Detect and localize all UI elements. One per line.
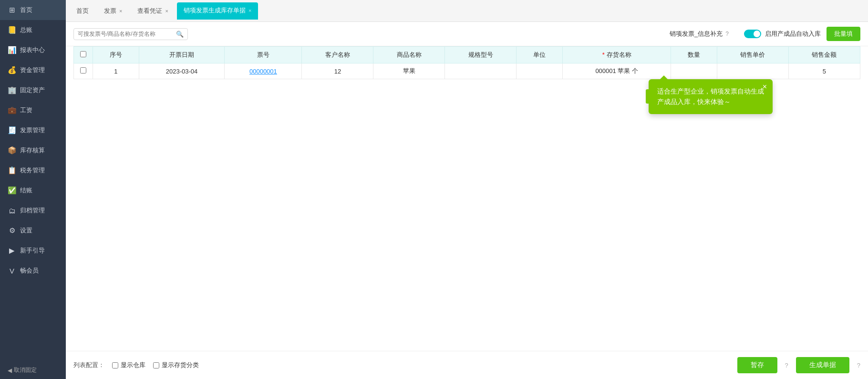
show-warehouse-checkbox[interactable]: 显示仓库 (112, 361, 145, 369)
tab-invoice[interactable]: 发票 × (97, 2, 129, 20)
tab-sale-invoice-close[interactable]: × (248, 8, 251, 13)
show-warehouse-label: 显示仓库 (121, 361, 145, 369)
tab-home-label: 首页 (76, 7, 89, 15)
sidebar-item-label: 新手引导 (20, 246, 45, 255)
tab-voucher-close[interactable]: × (165, 8, 168, 14)
sidebar-item-label: 总账 (20, 26, 32, 34)
sidebar-item-guide[interactable]: ▶ 新手引导 (0, 241, 66, 261)
sidebar: ⊞ 首页 📒 总账 📊 报表中心 💰 资金管理 🏢 固定资产 💼 工资 🧾 发票… (0, 0, 66, 379)
table-header-unit-price: 销售单价 (717, 47, 788, 63)
content-area: 🔍 销项发票_信息补充 ? 启用产成品自动入库 批量填 (66, 22, 868, 379)
tab-sale-invoice-label: 销项发票生成库存单据 (184, 6, 246, 15)
table-header-checkbox[interactable] (74, 47, 93, 63)
table-header-unit: 单位 (517, 47, 563, 63)
fixed-assets-icon: 🏢 (8, 86, 16, 95)
ledger-icon: 📒 (8, 26, 16, 34)
table-header-amount: 销售金额 (788, 47, 860, 63)
show-warehouse-input[interactable] (112, 362, 118, 368)
tax-icon: 📋 (8, 166, 16, 175)
tooltip-indicator (646, 89, 649, 104)
table-header-goods: 商品名称 (373, 47, 445, 63)
tooltip-text: 适合生产型企业，销项发票自动生成产成品入库，快来体验～ (657, 87, 764, 105)
sidebar-item-label: 税务管理 (20, 166, 45, 175)
save-help-icon[interactable]: ? (785, 362, 788, 369)
row-qty (671, 63, 717, 79)
row-checkbox[interactable] (74, 63, 93, 79)
salary-icon: 💼 (8, 106, 16, 115)
cancel-pin-button[interactable]: ◀ 取消固定 (0, 361, 66, 379)
search-icon: 🔍 (176, 31, 184, 38)
table-header-inventory: 存货名称 (563, 47, 671, 63)
batch-fill-button[interactable]: 批量填 (827, 27, 860, 41)
select-all-checkbox[interactable] (80, 51, 86, 57)
sidebar-item-reports[interactable]: 📊 报表中心 (0, 40, 66, 60)
row-goods: 苹果 (373, 63, 445, 79)
sidebar-item-salary[interactable]: 💼 工资 (0, 100, 66, 120)
sidebar-item-label: 结账 (20, 186, 32, 195)
main-content: 首页 发票 × 查看凭证 × 销项发票生成库存单据 × 🔍 销项发票_信息补充 … (66, 0, 868, 379)
table-header-date: 开票日期 (139, 47, 225, 63)
guide-icon: ▶ (8, 246, 16, 255)
show-category-label: 显示存货分类 (162, 361, 199, 369)
sidebar-item-invoice-mgmt[interactable]: 🧾 发票管理 (0, 120, 66, 140)
row-select-checkbox[interactable] (80, 67, 86, 74)
row-amount: 5 (788, 63, 860, 79)
cancel-pin-label: 取消固定 (14, 366, 37, 374)
table-header-qty: 数量 (671, 47, 717, 63)
sidebar-item-closing[interactable]: ✅ 结账 (0, 180, 66, 200)
row-unit-price (717, 63, 788, 79)
sidebar-item-vip[interactable]: V 畅会员 (0, 261, 66, 281)
generate-button[interactable]: 生成单据 (796, 357, 849, 373)
sidebar-item-settings[interactable]: ⚙ 设置 (0, 221, 66, 241)
info-section: 销项发票_信息补充 ? (670, 30, 729, 38)
sidebar-item-label: 发票管理 (20, 126, 45, 135)
vip-icon: V (8, 267, 16, 275)
invoice-mgmt-icon: 🧾 (8, 126, 16, 135)
info-help-icon[interactable]: ? (725, 31, 729, 37)
tab-voucher[interactable]: 查看凭证 × (131, 2, 175, 20)
sidebar-item-inventory[interactable]: 📦 库存核算 (0, 140, 66, 160)
table-header-customer: 客户名称 (302, 47, 373, 63)
row-date: 2023-03-04 (139, 63, 225, 79)
info-label: 销项发票_信息补充 (670, 30, 723, 38)
sidebar-item-label: 固定资产 (20, 86, 45, 95)
search-box[interactable]: 🔍 (73, 28, 188, 40)
tab-home[interactable]: 首页 (70, 2, 95, 20)
toggle-section: 启用产成品自动入库 (744, 30, 821, 38)
tab-invoice-close[interactable]: × (119, 8, 122, 14)
funds-icon: 💰 (8, 66, 16, 74)
sidebar-item-funds[interactable]: 💰 资金管理 (0, 60, 66, 80)
tab-bar: 首页 发票 × 查看凭证 × 销项发票生成库存单据 × (66, 0, 868, 22)
sidebar-item-archive[interactable]: 🗂 归档管理 (0, 200, 66, 221)
data-table: 序号 开票日期 票号 客户名称 商品名称 规格型号 单位 存货名称 数量 销售单… (73, 46, 860, 79)
row-model (445, 63, 517, 79)
inventory-icon: 📦 (8, 146, 16, 155)
settings-icon: ⚙ (8, 226, 16, 235)
sidebar-item-tax[interactable]: 📋 税务管理 (0, 160, 66, 180)
sidebar-item-label: 资金管理 (20, 66, 45, 74)
sidebar-item-label: 归档管理 (20, 206, 45, 215)
search-input[interactable] (78, 31, 173, 37)
row-ticket-no[interactable]: 00000001 (225, 63, 302, 79)
toolbar: 🔍 销项发票_信息补充 ? 启用产成品自动入库 批量填 (66, 22, 868, 46)
table-row: 1 2023-03-04 00000001 12 苹果 000001 苹果 个 … (74, 63, 860, 79)
show-category-input[interactable] (153, 362, 159, 368)
sidebar-item-ledger[interactable]: 📒 总账 (0, 20, 66, 40)
table-header-ticket-no: 票号 (225, 47, 302, 63)
tab-sale-invoice[interactable]: 销项发票生成库存单据 × (177, 2, 258, 20)
closing-icon: ✅ (8, 186, 16, 195)
auto-warehouse-toggle[interactable] (744, 30, 761, 38)
table-header-model: 规格型号 (445, 47, 517, 63)
tooltip-close-button[interactable]: × (763, 83, 767, 91)
show-category-checkbox[interactable]: 显示存货分类 (153, 361, 199, 369)
sidebar-item-label: 设置 (20, 226, 32, 235)
sidebar-item-fixed-assets[interactable]: 🏢 固定资产 (0, 80, 66, 100)
sidebar-item-label: 畅会员 (20, 266, 39, 275)
generate-help-icon[interactable]: ? (857, 362, 860, 369)
save-button[interactable]: 暂存 (737, 357, 777, 373)
row-seq: 1 (93, 63, 139, 79)
sidebar-item-home[interactable]: ⊞ 首页 (0, 0, 66, 20)
home-icon: ⊞ (8, 6, 16, 14)
tab-invoice-label: 发票 (104, 7, 116, 15)
sidebar-item-label: 库存核算 (20, 146, 45, 155)
